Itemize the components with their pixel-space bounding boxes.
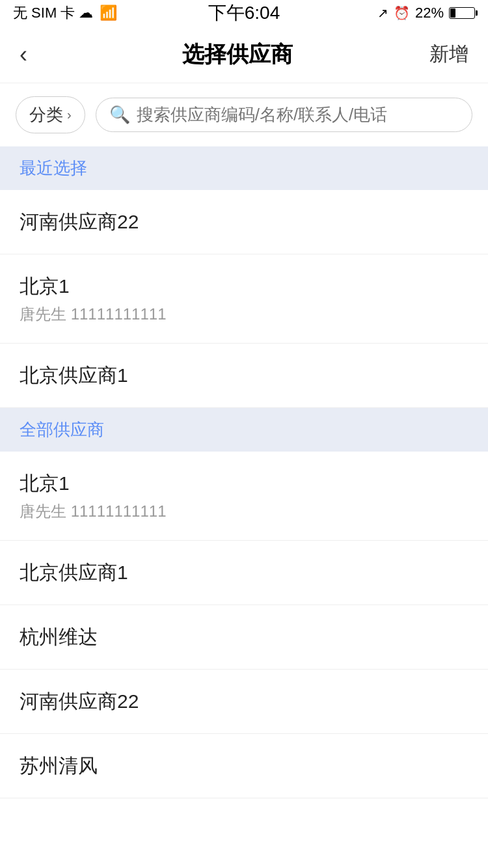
item-sub: 唐先生 11111111111 [20,304,468,325]
item-name: 北京供应商1 [20,362,468,389]
list-item-all-1[interactable]: 北京供应商1 [0,541,488,605]
item-name: 北京1 [20,273,468,300]
back-button[interactable]: ‹ [20,41,59,68]
wifi-icon: 📶 [100,5,117,21]
lists-container: 最近选择河南供应商22北京1唐先生 11111111111北京供应商1全部供应商… [0,146,488,798]
chevron-right-icon: › [67,107,72,122]
section-header-recent: 最近选择 [0,146,488,190]
item-name: 苏州清风 [20,752,468,780]
section-header-all: 全部供应商 [0,408,488,452]
location-icon: ↗ [377,5,388,21]
status-left: 无 SIM 卡 ☁ 📶 [13,3,117,23]
no-sim-label: 无 SIM 卡 ☁ [13,3,93,23]
category-label: 分类 [29,103,63,126]
item-name: 杭州维达 [20,623,468,651]
list-item-recent-0[interactable]: 河南供应商22 [0,190,488,254]
list-item-all-4[interactable]: 苏州清风 [0,734,488,798]
page-title: 选择供应商 [182,40,293,70]
add-button[interactable]: 新增 [416,41,468,68]
search-input[interactable] [137,105,459,125]
item-name: 河南供应商22 [20,208,468,236]
list-item-recent-1[interactable]: 北京1唐先生 11111111111 [0,254,488,344]
status-time: 下午6:04 [208,1,280,25]
battery-icon [449,7,475,19]
item-name: 北京1 [20,470,468,497]
item-name: 北京供应商1 [20,559,468,586]
search-box: 🔍 [96,98,472,132]
status-right: ↗ ⏰ 22% [377,5,475,21]
list-item-all-3[interactable]: 河南供应商22 [0,670,488,734]
item-name: 河南供应商22 [20,688,468,715]
filter-bar: 分类 › 🔍 [0,83,488,146]
alarm-icon: ⏰ [394,5,410,21]
item-sub: 唐先生 11111111111 [20,501,468,522]
category-button[interactable]: 分类 › [16,96,85,133]
list-item-all-2[interactable]: 杭州维达 [0,605,488,670]
list-item-all-0[interactable]: 北京1唐先生 11111111111 [0,452,488,541]
search-icon: 🔍 [109,105,130,125]
status-bar: 无 SIM 卡 ☁ 📶 下午6:04 ↗ ⏰ 22% [0,0,488,26]
list-item-recent-2[interactable]: 北京供应商1 [0,344,488,408]
battery-percentage: 22% [415,5,444,21]
nav-bar: ‹ 选择供应商 新增 [0,26,488,83]
